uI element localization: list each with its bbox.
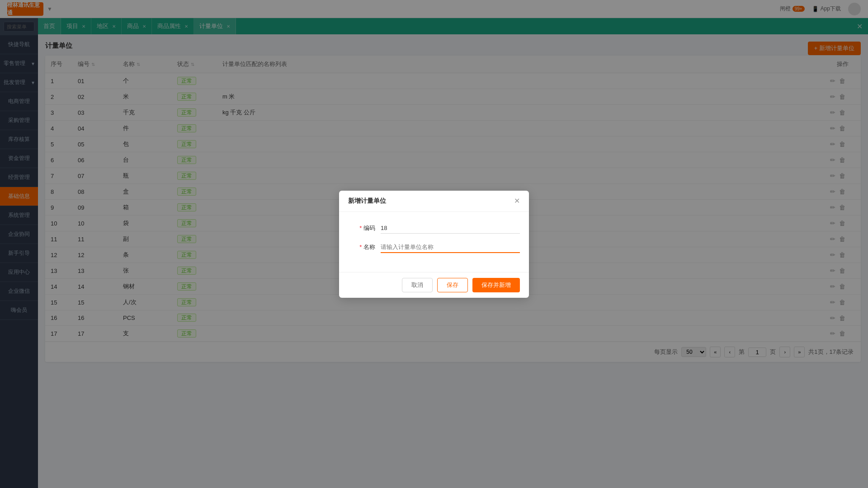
save-and-new-button[interactable]: 保存并新增 — [472, 278, 520, 292]
modal-footer: 取消 保存 保存并新增 — [339, 272, 529, 298]
form-label-name: 名称 — [348, 243, 375, 251]
modal-close-btn[interactable]: ✕ — [514, 197, 520, 205]
code-input[interactable] — [381, 223, 520, 234]
save-button[interactable]: 保存 — [437, 278, 468, 292]
form-label-code: 编码 — [348, 224, 375, 232]
cancel-button[interactable]: 取消 — [402, 278, 433, 292]
form-row-code: 编码 — [348, 223, 520, 234]
modal-header: 新增计量单位 ✕ — [339, 191, 529, 212]
modal-title: 新增计量单位 — [348, 197, 386, 205]
modal-overlay[interactable]: 新增计量单位 ✕ 编码 名称 取消 保存 保存并新增 — [0, 0, 868, 488]
form-row-name: 名称 — [348, 242, 520, 253]
modal-add-unit: 新增计量单位 ✕ 编码 名称 取消 保存 保存并新增 — [339, 191, 529, 298]
modal-body: 编码 名称 — [339, 212, 529, 272]
name-input[interactable] — [381, 242, 520, 253]
